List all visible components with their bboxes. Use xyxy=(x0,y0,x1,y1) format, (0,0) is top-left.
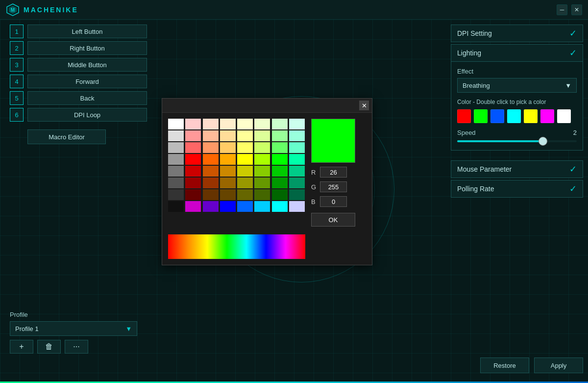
color-cell-62[interactable] xyxy=(272,201,288,212)
color-cell-53[interactable] xyxy=(254,189,270,200)
color-cell-11[interactable] xyxy=(220,130,236,141)
color-cell-37[interactable] xyxy=(254,166,270,177)
color-cell-58[interactable] xyxy=(203,201,219,212)
color-cell-42[interactable] xyxy=(203,178,219,188)
color-cell-52[interactable] xyxy=(237,189,253,200)
color-cell-33[interactable] xyxy=(185,166,201,177)
restore-button[interactable]: Restore xyxy=(480,357,529,373)
color-cell-25[interactable] xyxy=(185,154,201,165)
swatch-cyan[interactable] xyxy=(507,109,521,123)
button-forward[interactable]: Forward xyxy=(27,75,147,88)
profile-add-button[interactable]: + xyxy=(10,340,33,354)
color-cell-1[interactable] xyxy=(185,119,201,129)
swatch-yellow[interactable] xyxy=(524,109,538,123)
color-cell-34[interactable] xyxy=(203,166,219,177)
color-cell-31[interactable] xyxy=(289,154,305,165)
dpi-setting-header[interactable]: DPI Setting ✓ xyxy=(451,25,583,42)
swatch-magenta[interactable] xyxy=(540,109,554,123)
color-cell-40[interactable] xyxy=(168,178,184,188)
profile-delete-button[interactable]: 🗑 xyxy=(37,340,61,354)
color-cell-12[interactable] xyxy=(237,130,253,141)
color-cell-29[interactable] xyxy=(254,154,270,165)
color-cell-15[interactable] xyxy=(289,130,305,141)
color-cell-23[interactable] xyxy=(289,142,305,153)
dialog-close-button[interactable]: ✕ xyxy=(359,101,369,110)
color-cell-41[interactable] xyxy=(185,178,201,188)
color-cell-36[interactable] xyxy=(237,166,253,177)
color-cell-46[interactable] xyxy=(272,178,288,188)
button-back[interactable]: Back xyxy=(27,91,147,105)
color-cell-7[interactable] xyxy=(289,119,305,129)
color-cell-16[interactable] xyxy=(168,142,184,153)
color-cell-56[interactable] xyxy=(168,201,184,212)
color-cell-24[interactable] xyxy=(168,154,184,165)
color-cell-9[interactable] xyxy=(185,130,201,141)
color-cell-4[interactable] xyxy=(237,119,253,129)
spectrum-bar[interactable] xyxy=(168,234,305,259)
color-cell-38[interactable] xyxy=(272,166,288,177)
color-cell-43[interactable] xyxy=(220,178,236,188)
color-cell-20[interactable] xyxy=(237,142,253,153)
color-cell-28[interactable] xyxy=(237,154,253,165)
swatch-green[interactable] xyxy=(474,109,488,123)
button-middle[interactable]: Middle Button xyxy=(27,58,147,72)
close-button[interactable]: ✕ xyxy=(571,4,582,15)
swatch-white[interactable] xyxy=(557,109,571,123)
macro-editor-button[interactable]: Macro Editor xyxy=(27,129,106,144)
color-cell-50[interactable] xyxy=(203,189,219,200)
ok-button[interactable]: OK xyxy=(311,213,355,227)
color-cell-60[interactable] xyxy=(237,201,253,212)
color-cell-27[interactable] xyxy=(220,154,236,165)
color-cell-26[interactable] xyxy=(203,154,219,165)
speed-slider-track[interactable] xyxy=(457,140,577,142)
color-cell-55[interactable] xyxy=(289,189,305,200)
color-cell-63[interactable] xyxy=(289,201,305,212)
color-cell-61[interactable] xyxy=(254,201,270,212)
swatch-red[interactable] xyxy=(457,109,471,123)
speed-slider-thumb[interactable] xyxy=(539,137,547,146)
color-cell-49[interactable] xyxy=(185,189,201,200)
swatch-blue[interactable] xyxy=(490,109,504,123)
color-cell-48[interactable] xyxy=(168,189,184,200)
color-cell-35[interactable] xyxy=(220,166,236,177)
color-cell-57[interactable] xyxy=(185,201,201,212)
color-cell-54[interactable] xyxy=(272,189,288,200)
color-cell-13[interactable] xyxy=(254,130,270,141)
color-cell-44[interactable] xyxy=(237,178,253,188)
color-cell-45[interactable] xyxy=(254,178,270,188)
color-cell-51[interactable] xyxy=(220,189,236,200)
effect-select[interactable]: Breathing ▼ xyxy=(457,78,577,93)
b-input[interactable] xyxy=(320,196,347,207)
lighting-header[interactable]: Lighting ✓ xyxy=(451,44,583,62)
color-cell-21[interactable] xyxy=(254,142,270,153)
color-cell-2[interactable] xyxy=(203,119,219,129)
color-cell-47[interactable] xyxy=(289,178,305,188)
color-cell-8[interactable] xyxy=(168,130,184,141)
color-cell-3[interactable] xyxy=(220,119,236,129)
color-cell-0[interactable] xyxy=(168,119,184,129)
g-input[interactable] xyxy=(320,181,347,192)
mouse-parameter-header[interactable]: Mouse Parameter ✓ xyxy=(451,160,583,178)
color-cell-30[interactable] xyxy=(272,154,288,165)
profile-more-button[interactable]: ··· xyxy=(65,340,88,354)
color-cell-5[interactable] xyxy=(254,119,270,129)
color-cell-17[interactable] xyxy=(185,142,201,153)
button-right[interactable]: Right Button xyxy=(27,41,147,55)
color-cell-18[interactable] xyxy=(203,142,219,153)
color-cell-19[interactable] xyxy=(220,142,236,153)
color-cell-14[interactable] xyxy=(272,130,288,141)
color-picker-dialog[interactable]: ✕ R G B xyxy=(162,98,372,265)
polling-rate-header[interactable]: Polling Rate ✓ xyxy=(451,180,583,198)
button-dpi-loop[interactable]: DPI Loop xyxy=(27,108,147,122)
profile-select[interactable]: Profile 1 ▼ xyxy=(10,321,137,336)
minimize-button[interactable]: ─ xyxy=(557,4,567,15)
color-cell-32[interactable] xyxy=(168,166,184,177)
color-cell-6[interactable] xyxy=(272,119,288,129)
color-cell-59[interactable] xyxy=(220,201,236,212)
apply-button[interactable]: Apply xyxy=(534,357,583,373)
button-left[interactable]: Left Button xyxy=(27,25,147,38)
color-cell-10[interactable] xyxy=(203,130,219,141)
color-cell-39[interactable] xyxy=(289,166,305,177)
color-cell-22[interactable] xyxy=(272,142,288,153)
r-input[interactable] xyxy=(320,167,347,178)
